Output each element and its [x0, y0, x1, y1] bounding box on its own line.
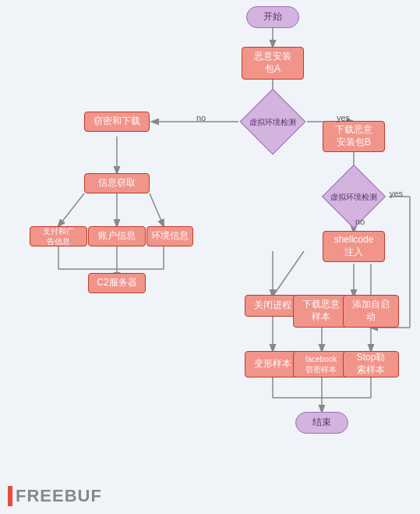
downloadB-node: 下载恶意 安装包B [323, 121, 385, 152]
env-node: 环境信息 [146, 226, 193, 246]
facebook-node: facebook 窃密样本 [293, 351, 349, 378]
start-node: 开始 [246, 6, 299, 28]
svg-line-16 [150, 193, 164, 226]
svg-line-14 [58, 193, 84, 226]
venvcheck1-node: 虚拟环境检测 [238, 103, 307, 140]
no1-label: no [196, 113, 206, 122]
steal-node: 窃密和下载 [84, 112, 150, 132]
venvcheck2-node: 虚拟环境检测 [323, 178, 385, 215]
infoextract-node: 信息窃取 [84, 173, 150, 193]
shellcode-node: shellcode 注入 [323, 231, 385, 262]
yes2-label: yes [390, 189, 403, 198]
stop-node: Stop勒 索样本 [343, 351, 399, 378]
payment-node: 支付和广 告信息 [30, 226, 87, 246]
c2-node: C2服务器 [88, 273, 146, 293]
no2-label: no [355, 217, 365, 226]
packageA-node: 恶意安装 包A [242, 47, 304, 80]
svg-line-9 [273, 251, 304, 296]
add-startup-node: 添加自启 动 [343, 295, 399, 328]
watermark: FREEBUF [8, 486, 102, 506]
account-node: 账户信息 [88, 226, 146, 246]
end-node: 结束 [295, 412, 348, 434]
yes1-label: yes [337, 113, 350, 122]
download-malware-node: 下载恶意 样本 [293, 295, 349, 328]
flowchart-container: 开始 恶意安装 包A 虚拟环境检测 窃密和下载 下载恶意 安装包B 虚拟环境检测… [0, 0, 420, 514]
